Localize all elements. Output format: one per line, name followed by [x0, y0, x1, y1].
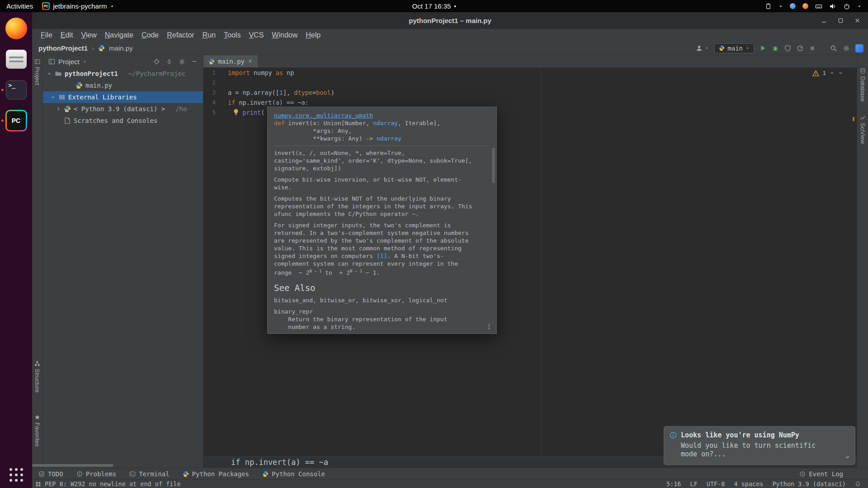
menu-vcs[interactable]: VCS: [245, 29, 268, 41]
project-panel-title[interactable]: Project: [58, 58, 80, 66]
status-item-4-spaces[interactable]: 4 spaces: [734, 480, 763, 488]
menu-tools[interactable]: Tools: [220, 29, 245, 41]
status-item-lf[interactable]: LF: [690, 480, 698, 488]
code-line[interactable]: a = np.array([1], dtype=bool): [228, 88, 857, 98]
menu-run[interactable]: Run: [198, 29, 220, 41]
run-button[interactable]: [760, 45, 766, 52]
doc-link[interactable]: [1]: [377, 253, 387, 259]
folder-icon: [55, 70, 62, 77]
status-item-utf-8[interactable]: UTF-8: [707, 480, 725, 488]
clock[interactable]: Oct 17 16:35: [412, 2, 456, 10]
toolbar-blue-icon[interactable]: [855, 44, 863, 52]
panel-settings-gear-icon[interactable]: [179, 58, 185, 65]
gutter-line-number[interactable]: 4: [203, 98, 224, 108]
debug-button[interactable]: [772, 45, 779, 52]
status-item-5-16[interactable]: 5:16: [666, 480, 681, 488]
app-menu-button[interactable]: PC jetbrains-pycharm: [42, 2, 114, 10]
notification-body[interactable]: Would you like to turn scientific mode o…: [670, 441, 849, 459]
indicator-blue-icon[interactable]: [790, 3, 796, 9]
tool-stripe-structure[interactable]: Structure: [32, 361, 42, 393]
window-title: pythonProject1 – main.py: [409, 12, 491, 29]
chevron-down-icon[interactable]: [838, 70, 843, 75]
menu-navigate[interactable]: Navigate: [101, 29, 137, 41]
tree-item-external-libraries[interactable]: External Libraries: [43, 91, 203, 103]
breadcrumb-file[interactable]: main.py: [109, 44, 133, 52]
menu-help[interactable]: Help: [302, 29, 325, 41]
gutter-line-number[interactable]: 5: [203, 108, 224, 117]
tree-item-python-interpreter[interactable]: < Python 3.9 (datasci) > /ho: [43, 103, 203, 115]
tool-button-python-packages[interactable]: Python Packages: [183, 470, 249, 478]
code-line[interactable]: if np.invert(a) == ~a:: [228, 98, 857, 108]
doc-link[interactable]: ndarray: [377, 135, 401, 142]
menu-file[interactable]: File: [37, 29, 57, 41]
tree-item-main-py[interactable]: main.py: [43, 80, 203, 91]
keyboard-indicator-icon[interactable]: [815, 3, 822, 10]
kebab-menu-icon[interactable]: [486, 324, 492, 330]
code-line[interactable]: [228, 78, 857, 88]
tool-button-todo[interactable]: TODO: [38, 470, 63, 478]
indicator-orange-icon[interactable]: [802, 3, 808, 9]
tab-main-py[interactable]: main.py: [203, 55, 258, 67]
clipboard-indicator-icon[interactable]: [765, 3, 772, 9]
tool-stripe-database[interactable]: Database: [857, 68, 868, 102]
run-configuration-select[interactable]: main: [714, 43, 754, 53]
bell-icon[interactable]: [855, 481, 861, 487]
window-titlebar[interactable]: pythonProject1 – main.py: [32, 12, 868, 29]
close-button[interactable]: [854, 17, 861, 24]
power-icon[interactable]: [843, 3, 850, 10]
minimize-button[interactable]: [821, 17, 827, 24]
locate-file-button[interactable]: [153, 58, 160, 65]
dock-pycharm-button[interactable]: PC: [0, 108, 32, 133]
tool-button-python-console[interactable]: Python Console: [262, 470, 325, 478]
expand-chevron-down-icon[interactable]: [844, 454, 850, 460]
status-message[interactable]: PEP 8: W292 no newline at end of file: [45, 480, 181, 488]
hide-panel-button[interactable]: [191, 58, 198, 65]
project-panel: Project pythonProject1 ~/PycharmProjecma…: [43, 55, 203, 468]
tool-stripe-sciview[interactable]: SciView: [857, 115, 868, 144]
menu-edit[interactable]: Edit: [57, 29, 77, 41]
settings-gear-icon[interactable]: [843, 45, 850, 52]
dock-files-button[interactable]: [0, 47, 32, 72]
tree-item-project-root[interactable]: pythonProject1 ~/PycharmProjec: [43, 68, 203, 80]
doc-text-line: are represented by the two's complement …: [274, 237, 490, 244]
intention-bulb-icon[interactable]: [233, 108, 239, 116]
collapse-all-button[interactable]: [166, 58, 173, 65]
inspection-widget[interactable]: 1: [812, 70, 843, 76]
profiler-button[interactable]: [797, 45, 804, 52]
search-icon[interactable]: [830, 45, 837, 52]
volume-icon[interactable]: [829, 3, 836, 10]
menu-code[interactable]: Code: [137, 29, 163, 41]
breadcrumb-project[interactable]: pythonProject1: [38, 44, 88, 52]
profile-button[interactable]: [695, 45, 709, 52]
gutter-line-number[interactable]: 1: [203, 68, 224, 78]
project-panel-hscrollbar[interactable]: [32, 464, 113, 467]
activities-button[interactable]: Activities: [6, 2, 33, 10]
tree-item-scratches-consoles[interactable]: Scratches and Consoles: [43, 115, 203, 127]
code-line[interactable]: import numpy as np: [228, 68, 857, 78]
maximize-button[interactable]: [837, 17, 844, 24]
dock-terminal-button[interactable]: >_: [0, 77, 32, 103]
close-tab-icon[interactable]: [248, 59, 253, 64]
status-window-icon[interactable]: [35, 481, 41, 487]
doc-link[interactable]: numpy.core._multiarray_umath: [274, 112, 373, 119]
event-log-button[interactable]: Event Log: [799, 470, 843, 478]
coverage-button[interactable]: [784, 45, 791, 52]
menu-window[interactable]: Window: [268, 29, 302, 41]
popup-scrollbar[interactable]: [492, 148, 495, 183]
tool-button-problems[interactable]: Problems: [76, 470, 116, 478]
dock-firefox-button[interactable]: [0, 16, 32, 41]
show-applications-button[interactable]: [9, 468, 23, 482]
gutter-line-number[interactable]: 3: [203, 88, 224, 98]
editor-gutter[interactable]: 12345: [203, 68, 224, 456]
tool-stripe-project[interactable]: Project: [32, 59, 42, 85]
tool-button-terminal[interactable]: Terminal: [129, 470, 169, 478]
chevron-up-icon[interactable]: [830, 70, 835, 75]
status-item-python-3-9-datasci[interactable]: Python 3.9 (datasci): [772, 480, 846, 488]
tool-stripe-favorites[interactable]: Favorites: [32, 414, 42, 446]
error-stripe-mark[interactable]: [853, 117, 854, 121]
menu-view[interactable]: View: [77, 29, 100, 41]
menu-refactor[interactable]: Refactor: [163, 29, 198, 41]
stop-button[interactable]: [809, 45, 816, 52]
gutter-line-number[interactable]: 2: [203, 78, 224, 88]
doc-link[interactable]: ndarray: [373, 120, 398, 127]
